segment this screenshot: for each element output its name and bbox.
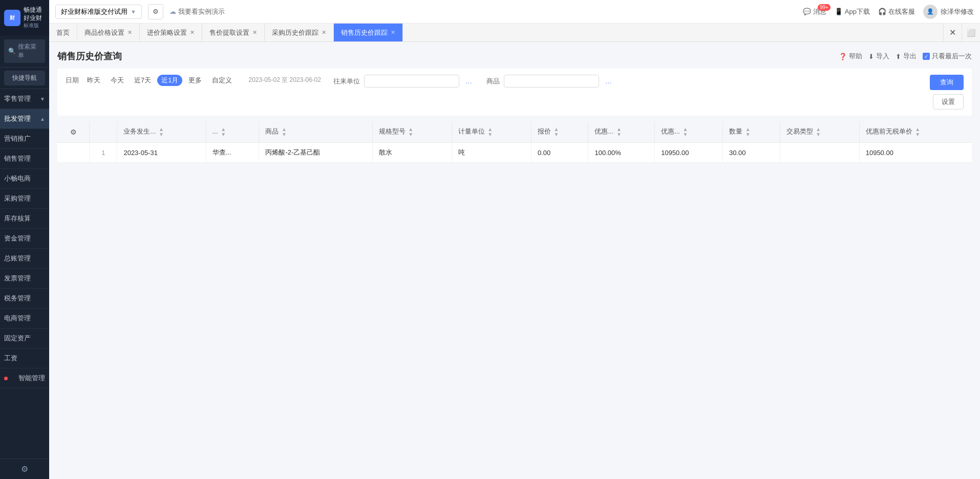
user-menu-button[interactable]: 👤 徐泽华修改 <box>923 5 974 19</box>
tab-sales-history[interactable]: 销售历史价跟踪 ✕ <box>334 24 403 42</box>
product-filter-label: 商品 <box>486 77 500 86</box>
settings-button[interactable]: ⚙ <box>21 464 28 474</box>
sidebar-logo: 财 畅捷通好业财 标准版 <box>0 0 49 35</box>
date-yesterday-btn[interactable]: 昨天 <box>83 75 104 86</box>
th-product[interactable]: 商品 ▲▼ <box>259 122 372 143</box>
quick-nav-button[interactable]: 快捷导航 <box>4 71 45 85</box>
page-actions: ❓ 帮助 ⬇ 导入 ⬆ 导出 ✓ 只看最后一次 <box>839 52 972 61</box>
row-trans-type-cell <box>780 143 859 163</box>
sidebar-item-assets[interactable]: 固定资产 <box>0 329 49 349</box>
column-settings-button[interactable]: ⚙ <box>70 128 77 136</box>
source-ellipsis-btn[interactable]: … <box>463 77 474 85</box>
app-download-button[interactable]: 📱 App下载 <box>835 7 870 16</box>
edition-selector[interactable]: 好业财标准版交付试用 ▼ <box>55 5 142 19</box>
sidebar-item-ecommerce[interactable]: 电商管理 <box>0 309 49 329</box>
product-input[interactable] <box>504 75 599 88</box>
sidebar-item-smart[interactable]: 智能管理 <box>0 368 49 388</box>
table-body: 1 2023-05-31 华查... 丙烯酸-2-乙基己酯 散水 吨 0.00 … <box>57 143 972 163</box>
main-area: 好业财标准版交付试用 ▼ ⚙ ☁ 我要看实例演示 💬 消息 99+ 📱 App下… <box>49 0 980 479</box>
date-range-text: 2023-05-02 至 2023-06-02 <box>248 76 321 84</box>
sidebar-item-label: 工资 <box>4 354 17 363</box>
sort-icon: ▲▼ <box>816 127 821 137</box>
sidebar-item-inventory[interactable]: 库存核算 <box>0 209 49 229</box>
help-button[interactable]: ❓ 帮助 <box>839 52 862 61</box>
tab-close-button[interactable]: ✕ <box>943 24 962 42</box>
date-last7-btn[interactable]: 近7天 <box>130 75 155 86</box>
import-button[interactable]: ⬇ 导入 <box>868 52 889 61</box>
th-discount2[interactable]: 优惠... ▲▼ <box>655 122 723 143</box>
th-date[interactable]: 业务发生... ▲▼ <box>117 122 206 143</box>
tab-maximize-button[interactable]: ⬜ <box>962 24 980 42</box>
row-qty-cell: 30.00 <box>723 143 780 163</box>
th-spec[interactable]: 规格型号 ▲▼ <box>372 122 452 143</box>
chevron-down-icon: ▼ <box>131 9 136 15</box>
edition-selector-text: 好业财标准版交付试用 <box>61 7 127 16</box>
app-logo-icon: 财 <box>4 10 20 26</box>
close-icon[interactable]: ✕ <box>127 29 132 36</box>
sidebar-item-label: 采购管理 <box>4 194 31 203</box>
import-icon: ⬇ <box>868 53 874 60</box>
sidebar-item-retail[interactable]: 零售管理 ▼ <box>0 89 49 109</box>
tab-purchase-strategy[interactable]: 进价策略设置 ✕ <box>140 24 202 42</box>
sidebar-item-label: 库存核算 <box>4 214 31 223</box>
source-input[interactable] <box>364 75 459 88</box>
sidebar-item-ecommerce-small[interactable]: 小畅电商 <box>0 169 49 189</box>
sort-icon: ▲▼ <box>221 127 226 137</box>
query-button[interactable]: 查询 <box>930 75 964 90</box>
close-icon[interactable]: ✕ <box>322 29 326 36</box>
th-gear: ⚙ <box>57 122 90 143</box>
source-filter-group: 往来单位 … <box>333 75 474 88</box>
sidebar-item-invoice[interactable]: 发票管理 <box>0 269 49 289</box>
only-last-checkbox[interactable]: ✓ 只看最后一次 <box>923 52 972 61</box>
row-unit-cell: 吨 <box>452 143 531 163</box>
date-custom-btn[interactable]: 自定义 <box>208 75 236 86</box>
sort-icon: ▲▼ <box>282 127 287 137</box>
th-extra[interactable]: ... ▲▼ <box>206 122 259 143</box>
close-icon[interactable]: ✕ <box>391 29 395 36</box>
tab-home[interactable]: 首页 <box>49 24 77 42</box>
row-discount1-cell: 100.00% <box>588 143 655 163</box>
th-pretax-price[interactable]: 优惠前无税单价 ▲▼ <box>859 122 972 143</box>
th-num <box>90 122 117 143</box>
tab-purchase-history[interactable]: 采购历史价跟踪 ✕ <box>265 24 334 42</box>
close-icon[interactable]: ✕ <box>190 29 195 36</box>
help-icon: ❓ <box>839 53 847 60</box>
th-trans-type[interactable]: 交易类型 ▲▼ <box>780 122 859 143</box>
export-button[interactable]: ⬆ 导出 <box>896 52 917 61</box>
export-icon: ⬆ <box>896 53 901 60</box>
sidebar-item-tax[interactable]: 税务管理 <box>0 289 49 309</box>
phone-icon: 📱 <box>835 8 843 15</box>
demo-link[interactable]: ☁ 我要看实例演示 <box>169 7 225 16</box>
topbar-gear-button[interactable]: ⚙ <box>148 4 163 19</box>
filter-action-group: 查询 设置 <box>930 75 964 110</box>
sidebar-item-finance[interactable]: 资金管理 <box>0 229 49 249</box>
close-icon[interactable]: ✕ <box>252 29 257 36</box>
sidebar-item-wholesale[interactable]: 批发管理 ▲ <box>0 109 49 129</box>
th-discount1[interactable]: 优惠... ▲▼ <box>588 122 655 143</box>
filter-settings-button[interactable]: 设置 <box>933 94 964 110</box>
tabbar: 首页 商品价格设置 ✕ 进价策略设置 ✕ 售价提取设置 ✕ 采购历史价跟踪 ✕ … <box>49 24 980 42</box>
sidebar-item-label: 电商管理 <box>4 314 31 323</box>
th-unit[interactable]: 计量单位 ▲▼ <box>452 122 531 143</box>
sidebar-item-label: 营销推广 <box>4 134 31 143</box>
date-filter-group: 日期 昨天 今天 近7天 近1月 更多 自定义 <box>66 75 236 86</box>
sidebar-item-ledger[interactable]: 总账管理 <box>0 249 49 269</box>
date-more-btn[interactable]: 更多 <box>184 75 206 86</box>
th-price[interactable]: 报价 ▲▼ <box>531 122 588 143</box>
sidebar-item-marketing[interactable]: 营销推广 <box>0 129 49 149</box>
search-menu-button[interactable]: 🔍 搜索菜单 <box>4 39 45 63</box>
product-ellipsis-btn[interactable]: … <box>603 77 614 85</box>
online-service-button[interactable]: 🎧 在线客服 <box>878 7 915 16</box>
row-price-cell: 0.00 <box>531 143 588 163</box>
sidebar-item-payroll[interactable]: 工资 <box>0 349 49 368</box>
tab-price-settings[interactable]: 商品价格设置 ✕ <box>77 24 140 42</box>
date-today-btn[interactable]: 今天 <box>106 75 128 86</box>
date-last1m-btn[interactable]: 近1月 <box>157 75 182 86</box>
sidebar-item-sales[interactable]: 销售管理 <box>0 149 49 169</box>
sidebar-item-purchase[interactable]: 采购管理 <box>0 189 49 209</box>
tab-sale-extract[interactable]: 售价提取设置 ✕ <box>202 24 265 42</box>
th-qty[interactable]: 数量 ▲▼ <box>723 122 780 143</box>
date-buttons: 昨天 今天 近7天 近1月 更多 自定义 <box>83 75 236 86</box>
message-button[interactable]: 💬 消息 99+ <box>803 7 826 16</box>
avatar: 👤 <box>923 5 938 19</box>
